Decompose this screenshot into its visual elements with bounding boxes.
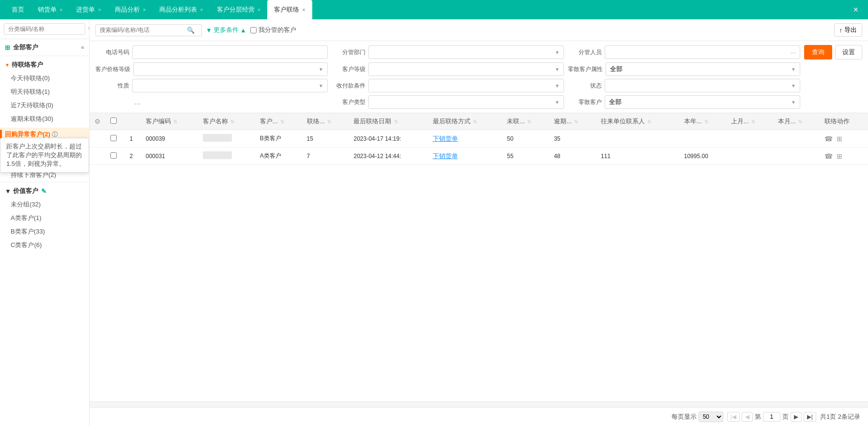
sidebar-item-c-class[interactable]: C类客户(6) — [0, 238, 89, 252]
row2-select-checkbox[interactable] — [110, 152, 117, 159]
info-icon[interactable]: ⓘ — [52, 131, 58, 139]
close-tab-6-icon[interactable]: × — [302, 7, 305, 13]
row2-more-icon[interactable]: ⊞ — [837, 152, 842, 160]
table-settings-icon[interactable]: ⚙ — [94, 118, 101, 125]
dots-button[interactable]: ... — [132, 98, 142, 106]
query-button[interactable]: 查询 — [804, 45, 832, 59]
payment-label: 收付款条件 — [332, 82, 365, 90]
sidebar-item-b-class[interactable]: B类客户(33) — [0, 225, 89, 238]
close-tab-4-icon[interactable]: × — [200, 7, 203, 13]
dept-arrow-icon: ▼ — [555, 50, 560, 55]
nav-tab-3[interactable]: 商品分析 × — [108, 0, 152, 19]
row1-name-blur — [203, 134, 232, 142]
prev-page-btn[interactable]: ◀ — [742, 412, 753, 422]
person-input[interactable]: ··· — [605, 45, 800, 59]
nav-tab-5[interactable]: 客户分层经营 × — [210, 0, 267, 19]
row2-contacts: 111 — [596, 147, 679, 165]
retail-attr-input[interactable]: 全部 ▼ — [606, 62, 800, 76]
horizontal-scrollbar[interactable] — [90, 401, 868, 407]
sidebar-item-ungroups[interactable]: 未分组(32) — [0, 198, 89, 211]
name-sort-icon[interactable]: ⇅ — [230, 119, 234, 124]
tmonth-sort-icon[interactable]: ⇅ — [798, 119, 802, 124]
close-tab-2-icon[interactable]: × — [98, 7, 101, 13]
select-all-checkbox[interactable] — [110, 118, 117, 124]
row2-method-link[interactable]: 下销货单 — [433, 152, 458, 160]
lmonth-sort-icon[interactable]: ⇅ — [751, 119, 755, 124]
year-sort-icon[interactable]: ⇅ — [704, 119, 708, 124]
row2-actions: ☎ ⊞ — [820, 147, 868, 165]
nav-tab-6[interactable]: 客户联络 × — [267, 0, 312, 19]
last-page-btn[interactable]: ▶| — [804, 412, 816, 422]
sidebar-all-customers-header: ⊞ 全部客户 « — [0, 39, 89, 56]
method-sort-icon[interactable]: ⇅ — [473, 119, 477, 124]
last-contact-date-col-header: 最后联络日期 ⇅ — [349, 113, 427, 130]
row1-more-icon[interactable]: ⊞ — [837, 135, 842, 143]
row2-last-method: 下销货单 — [428, 147, 503, 165]
first-page-btn[interactable]: |◀ — [727, 412, 740, 422]
nature-input[interactable]: ▼ — [132, 79, 328, 92]
row1-select-checkbox[interactable] — [110, 135, 117, 141]
date-sort-icon[interactable]: ⇅ — [394, 119, 398, 124]
person-more-icon[interactable]: ··· — [791, 49, 796, 56]
sidebar-search-icon[interactable]: 🔍 — [88, 26, 90, 33]
nature-arrow-icon: ▼ — [319, 83, 323, 88]
dept-input[interactable]: ▼ — [368, 45, 564, 59]
sidebar-item-a-class[interactable]: A类客户(1) — [0, 211, 89, 225]
my-customers-label: 我分管的客户 — [259, 26, 296, 34]
not-contact-sort-icon[interactable]: ⇅ — [527, 119, 531, 124]
row2-name — [198, 147, 255, 165]
status-input[interactable]: ▼ — [605, 79, 800, 92]
type-sort-icon[interactable]: ⇅ — [280, 119, 284, 124]
close-window-icon[interactable]: × — [848, 5, 863, 15]
value-customers-title[interactable]: ▼ 价值客户 ✎ — [0, 184, 89, 198]
filter-cell-cust-type: 客户类型 ▼ — [332, 95, 564, 109]
close-tab-1-icon[interactable]: × — [60, 7, 62, 13]
main-search-input[interactable] — [100, 27, 187, 33]
payment-input[interactable]: ▼ — [368, 79, 564, 92]
sidebar-item-tomorrow[interactable]: 明天待联络(1) — [0, 85, 89, 99]
export-button[interactable]: ↑ 导出 — [834, 23, 863, 37]
close-tab-5-icon[interactable]: × — [258, 7, 260, 13]
sidebar-item-today[interactable]: 今天待联络(0) — [0, 72, 89, 85]
cust-level-input[interactable]: ▼ — [368, 62, 564, 76]
next-page-btn[interactable]: ▶ — [791, 412, 802, 422]
retail-cust-input[interactable]: 全部 ▼ — [605, 95, 800, 109]
sidebar-item-7days[interactable]: 近7天待联络(0) — [0, 99, 89, 112]
nav-tab-2[interactable]: 进货单 × — [69, 0, 107, 19]
sidebar-item-overdue[interactable]: 逾期未联络(30) — [0, 112, 89, 126]
page-number-input[interactable] — [763, 412, 780, 422]
per-page-select[interactable]: 50 100 200 — [699, 411, 723, 422]
overdue-sort-icon[interactable]: ⇅ — [574, 119, 578, 124]
dept-label: 分管部门 — [332, 48, 365, 57]
sidebar-search-input[interactable] — [4, 23, 85, 35]
row2-contact-icon[interactable]: ☎ — [824, 152, 833, 160]
row1-name — [198, 130, 255, 147]
phone-input[interactable] — [132, 45, 328, 59]
my-customers-checkbox[interactable] — [250, 27, 257, 33]
row1-last-date: 2023-04-17 14:19: — [349, 130, 427, 147]
contacts-col-header: 往来单位联系人 ⇅ — [596, 113, 679, 130]
close-tab-3-icon[interactable]: × — [143, 7, 146, 13]
main-search-icon[interactable]: 🔍 — [187, 27, 195, 34]
nav-tab-1[interactable]: 销货单 × — [31, 0, 69, 19]
pending-contact-title[interactable]: ▼ 待联络客户 — [0, 58, 89, 72]
price-level-input[interactable]: ▼ — [133, 62, 328, 76]
row1-contact-icon[interactable]: ☎ — [824, 135, 833, 143]
row1-method-link[interactable]: 下销货单 — [433, 135, 458, 142]
nav-tab-4[interactable]: 商品分析列表 × — [152, 0, 210, 19]
level-arrow-icon: ▼ — [555, 67, 560, 72]
settings-button[interactable]: 设置 — [835, 45, 862, 59]
contact-sort-icon[interactable]: ⇅ — [327, 119, 331, 124]
this-year-col-header: 本年... ⇅ — [679, 113, 726, 130]
filter-icon: ▼ — [206, 27, 212, 34]
more-conditions-btn[interactable]: ▼ 更多条件 ▲ — [206, 26, 246, 34]
page-label: 第 — [755, 412, 761, 421]
nav-home[interactable]: 首页 — [5, 5, 31, 14]
cust-type-input[interactable]: ▼ — [368, 95, 564, 109]
contacts-sort-icon[interactable]: ⇅ — [647, 119, 651, 124]
edit-icon[interactable]: ✎ — [41, 188, 46, 195]
filter-row-3: 性质 ▼ 收付款条件 ▼ 状态 ▼ — [95, 79, 862, 92]
price-level-label: 客户价格等级 — [95, 65, 130, 73]
sidebar-collapse-icon[interactable]: « — [81, 44, 84, 51]
code-sort-icon[interactable]: ⇅ — [173, 119, 177, 124]
